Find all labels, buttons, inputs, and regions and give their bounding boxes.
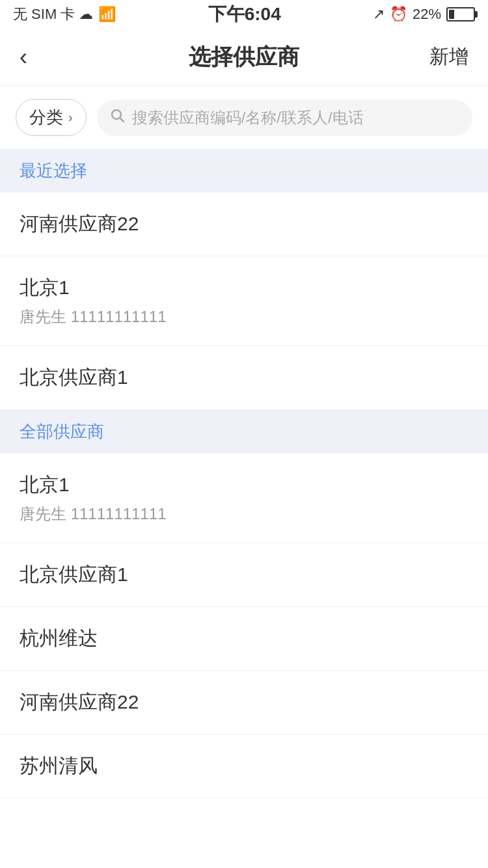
- battery-icon: [446, 7, 475, 21]
- category-filter-button[interactable]: 分类 ›: [16, 99, 87, 136]
- battery-percent: 22%: [413, 6, 441, 23]
- all-list: 北京1唐先生 11111111111北京供应商1杭州维达河南供应商22苏州清风: [0, 454, 488, 798]
- location-icon: ↗: [373, 6, 385, 23]
- recent-section-label: 最近选择: [20, 161, 87, 180]
- recent-list-item[interactable]: 河南供应商22: [0, 193, 488, 256]
- all-list-item[interactable]: 河南供应商22: [0, 671, 488, 735]
- all-list-item[interactable]: 苏州清风: [0, 735, 488, 798]
- wifi-icon: 📶: [98, 6, 116, 23]
- page-title: 选择供应商: [189, 42, 299, 72]
- all-section-label: 全部供应商: [20, 422, 104, 441]
- status-bar-time: 下午6:04: [208, 2, 281, 27]
- list-item-name: 北京供应商1: [20, 364, 468, 391]
- list-item-name: 河南供应商22: [20, 689, 468, 716]
- list-item-name: 苏州清风: [20, 753, 468, 780]
- recent-section-header: 最近选择: [0, 149, 488, 193]
- all-list-item[interactable]: 北京1唐先生 11111111111: [0, 454, 488, 543]
- alarm-icon: ⏰: [390, 6, 407, 23]
- back-button[interactable]: ‹: [20, 44, 59, 71]
- search-icon: [110, 108, 126, 128]
- all-section-header: 全部供应商: [0, 410, 488, 454]
- list-item-name: 河南供应商22: [20, 211, 468, 237]
- all-list-item[interactable]: 杭州维达: [0, 607, 488, 671]
- status-bar-left: 无 SIM 卡 ☁ 📶: [13, 5, 116, 24]
- search-bar[interactable]: 搜索供应商编码/名称/联系人/电话: [97, 100, 472, 136]
- status-bar: 无 SIM 卡 ☁ 📶 下午6:04 ↗ ⏰ 22%: [0, 0, 488, 29]
- sim-status: 无 SIM 卡 ☁: [13, 5, 93, 24]
- list-item-name: 北京1: [20, 472, 468, 498]
- recent-list-item[interactable]: 北京1唐先生 11111111111: [0, 256, 488, 346]
- filter-bar: 分类 › 搜索供应商编码/名称/联系人/电话: [0, 86, 488, 149]
- svg-line-1: [120, 118, 124, 122]
- chevron-right-icon: ›: [68, 110, 73, 125]
- list-item-name: 北京1: [20, 275, 468, 301]
- category-label: 分类: [29, 106, 63, 129]
- list-item-sub: 唐先生 11111111111: [20, 504, 468, 524]
- list-item-name: 北京供应商1: [20, 562, 468, 588]
- list-item-name: 杭州维达: [20, 625, 468, 652]
- add-button[interactable]: 新增: [429, 44, 468, 70]
- recent-list-item[interactable]: 北京供应商1: [0, 346, 488, 410]
- search-placeholder-text: 搜索供应商编码/名称/联系人/电话: [132, 107, 364, 128]
- all-list-item[interactable]: 北京供应商1: [0, 543, 488, 607]
- list-item-sub: 唐先生 11111111111: [20, 306, 468, 327]
- nav-bar: ‹ 选择供应商 新增: [0, 29, 488, 86]
- recent-list: 河南供应商22北京1唐先生 11111111111北京供应商1: [0, 193, 488, 410]
- status-bar-right: ↗ ⏰ 22%: [373, 6, 475, 23]
